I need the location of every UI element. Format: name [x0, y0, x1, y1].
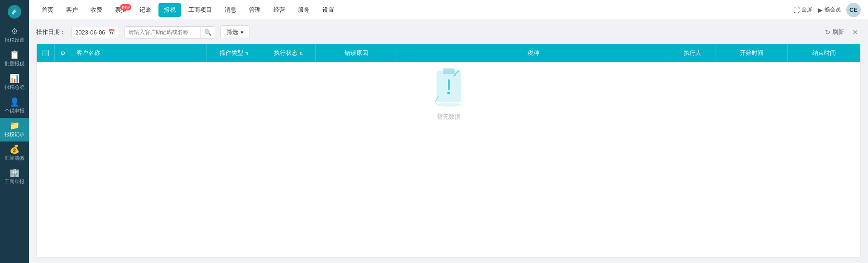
filter-button[interactable]: 筛选 ▼: [221, 25, 250, 39]
sidebar-label-batch-tax: 批量报税: [5, 60, 24, 67]
search-box: 🔍: [125, 26, 215, 39]
sidebar-item-tax-records[interactable]: 📁 报税记录: [0, 118, 29, 141]
th-op-type[interactable]: 操作类型 ⇅: [207, 44, 261, 62]
nav-messages[interactable]: 消息: [219, 3, 242, 17]
sidebar-item-tax-settings[interactable]: ⚙ 报税设置: [0, 24, 29, 47]
sidebar-label-personal-tax: 个税申报: [5, 107, 24, 114]
toolbar: 操作日期： 2023-06-06 📅 🔍 筛选 ▼ ↻ 刷新 ✕: [36, 25, 861, 39]
sidebar-item-tax-summary[interactable]: 📊 报税总览: [0, 71, 29, 94]
sidebar-label-tax-records: 报税记录: [5, 131, 24, 138]
nav-operations[interactable]: 经营: [268, 3, 291, 17]
th-settings[interactable]: ⚙: [55, 44, 71, 62]
annual-report-icon: 🏢: [10, 169, 19, 177]
nav-billing[interactable]: 收费: [85, 3, 108, 17]
th-name: 客户名称: [71, 44, 207, 62]
nav-tickets[interactable]: 票据 new: [110, 3, 132, 17]
sidebar-item-batch-tax[interactable]: 📋 批量报税: [0, 47, 29, 71]
th-checkbox[interactable]: [37, 44, 55, 62]
tax-records-icon: 📁: [10, 122, 19, 130]
content-area: 操作日期： 2023-06-06 📅 🔍 筛选 ▼ ↻ 刷新 ✕: [29, 20, 868, 263]
tax-settings-icon: ⚙: [11, 27, 18, 35]
date-value: 2023-06-06: [75, 29, 106, 36]
app-logo[interactable]: [6, 4, 23, 20]
main-content: 首页 客户 收费 票据 new 记账 报税 工商项目 消息: [29, 0, 868, 263]
svg-point-4: [447, 92, 450, 94]
settings-icon: ⚙: [60, 50, 66, 57]
nav-management[interactable]: 管理: [244, 3, 266, 17]
member-icon: ▶: [818, 6, 823, 14]
empty-text: 暂无数据: [437, 113, 460, 121]
new-badge: new: [120, 4, 131, 11]
th-error: 错误原因: [316, 44, 397, 62]
personal-tax-icon: 👤: [10, 98, 19, 106]
th-executor: 执行人: [670, 44, 715, 62]
tax-summary-icon: 📊: [10, 74, 19, 83]
empty-state: 暂无数据: [37, 62, 860, 121]
sidebar: ⚙ 报税设置 📋 批量报税 📊 报税总览 👤 个税申报 📁 报税记录 💰 汇算清…: [0, 0, 29, 263]
date-picker[interactable]: 2023-06-06 📅: [71, 27, 119, 38]
avatar[interactable]: CE: [846, 3, 861, 17]
table-body: 暂无数据: [37, 62, 860, 257]
nav-clients[interactable]: 客户: [61, 3, 83, 17]
search-button[interactable]: 🔍: [200, 27, 215, 38]
sidebar-label-annual-report: 工商年报: [5, 178, 24, 185]
refresh-button[interactable]: ↻ 刷新: [825, 28, 844, 36]
fullscreen-icon: ⛶: [793, 6, 800, 14]
sort-icon-op-type: ⇅: [245, 51, 249, 56]
search-input[interactable]: [125, 27, 200, 38]
topnav-right: ⛶ 全屏 ▶ 畅会员 CE: [793, 3, 861, 17]
data-table: ⚙ 客户名称 操作类型 ⇅ 执行状态 ⇅ 错误原因 税种: [36, 44, 861, 258]
th-start: 开始时间: [715, 44, 788, 62]
sidebar-item-settlement[interactable]: 💰 汇算清缴: [0, 141, 29, 165]
svg-point-8: [436, 103, 461, 107]
settlement-icon: 💰: [10, 145, 19, 153]
sidebar-item-annual-report[interactable]: 🏢 工商年报: [0, 165, 29, 189]
member-button[interactable]: ▶ 畅会员: [818, 6, 841, 14]
table-header: ⚙ 客户名称 操作类型 ⇅ 执行状态 ⇅ 错误原因 税种: [37, 44, 860, 62]
sidebar-label-settlement: 汇算清缴: [5, 155, 24, 161]
th-end: 结束时间: [788, 44, 860, 62]
calendar-icon: 📅: [108, 29, 115, 35]
svg-rect-2: [443, 68, 455, 74]
nav-commerce[interactable]: 工商项目: [183, 3, 217, 17]
th-status[interactable]: 执行状态 ⇅: [261, 44, 316, 62]
header-checkbox[interactable]: [43, 50, 49, 56]
sidebar-label-tax-settings: 报税设置: [5, 37, 24, 44]
nav-tax[interactable]: 报税: [158, 3, 181, 17]
close-icon: ✕: [852, 29, 858, 36]
fullscreen-button[interactable]: ⛶ 全屏: [793, 6, 812, 14]
sidebar-item-personal-tax[interactable]: 👤 个税申报: [0, 94, 29, 118]
refresh-icon: ↻: [825, 29, 830, 36]
nav-accounting[interactable]: 记账: [134, 3, 157, 17]
top-navigation: 首页 客户 收费 票据 new 记账 报税 工商项目 消息: [29, 0, 868, 20]
sort-icon-status: ⇅: [299, 51, 303, 56]
empty-illustration: [428, 62, 469, 107]
nav-home[interactable]: 首页: [36, 3, 59, 17]
svg-rect-3: [448, 79, 450, 90]
refresh-label: 刷新: [832, 28, 844, 36]
nav-settings[interactable]: 设置: [317, 3, 340, 17]
chevron-down-icon: ▼: [240, 30, 245, 35]
th-tax: 税种: [397, 44, 670, 62]
filter-label: 筛选: [226, 28, 238, 36]
batch-tax-icon: 📋: [10, 51, 19, 59]
nav-services[interactable]: 服务: [293, 3, 315, 17]
nav-items: 首页 客户 收费 票据 new 记账 报税 工商项目 消息: [36, 3, 793, 17]
sidebar-label-tax-summary: 报税总览: [5, 84, 24, 91]
date-label: 操作日期：: [36, 28, 66, 36]
search-icon: 🔍: [204, 29, 212, 36]
close-button[interactable]: ✕: [849, 27, 861, 38]
